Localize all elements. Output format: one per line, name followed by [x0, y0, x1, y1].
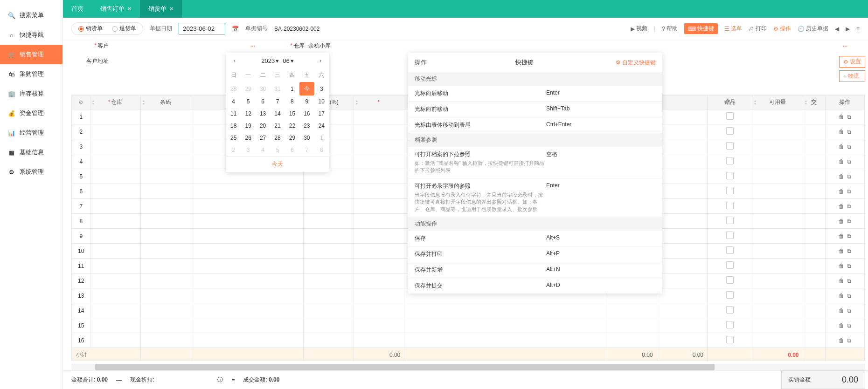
- cal-day[interactable]: 27: [256, 132, 270, 144]
- cal-day[interactable]: 5: [241, 96, 255, 108]
- scrollbar-thumb[interactable]: [95, 364, 715, 370]
- cal-day[interactable]: 29: [241, 82, 255, 96]
- cal-day[interactable]: 20: [256, 120, 270, 132]
- delete-icon[interactable]: 🗑: [839, 129, 844, 135]
- print-link[interactable]: 🖨打印: [749, 25, 767, 33]
- th-gear[interactable]: ⚙: [72, 96, 90, 109]
- cal-day[interactable]: 今: [299, 82, 314, 96]
- cal-day[interactable]: 3: [314, 82, 329, 96]
- cal-day[interactable]: 25: [226, 132, 241, 144]
- cal-day[interactable]: 8: [285, 96, 299, 108]
- gift-checkbox[interactable]: [726, 246, 734, 254]
- copy-icon[interactable]: ⧉: [847, 188, 851, 195]
- select-order-link[interactable]: ☰选单: [724, 25, 742, 33]
- delete-icon[interactable]: 🗑: [839, 248, 844, 254]
- cal-day[interactable]: 10: [314, 96, 329, 108]
- cal-day[interactable]: 30: [256, 82, 270, 96]
- tab-home[interactable]: 首页: [63, 0, 92, 18]
- gift-checkbox[interactable]: [726, 172, 734, 179]
- copy-icon[interactable]: ⧉: [847, 263, 851, 269]
- gift-checkbox[interactable]: [726, 276, 734, 284]
- delete-icon[interactable]: 🗑: [839, 278, 844, 284]
- gift-checkbox[interactable]: [726, 232, 734, 239]
- cal-month-select[interactable]: 06▾: [283, 57, 293, 64]
- logistics-button[interactable]: +物流: [839, 70, 865, 82]
- table-row[interactable]: 16🗑⧉: [72, 333, 865, 348]
- customer-more-button[interactable]: ···: [248, 43, 258, 49]
- table-row[interactable]: 15🗑⧉: [72, 318, 865, 333]
- cal-day[interactable]: 16: [299, 108, 314, 120]
- delete-icon[interactable]: 🗑: [839, 158, 844, 165]
- gift-checkbox[interactable]: [726, 127, 734, 135]
- sidebar-item-purchase[interactable]: 🛍 采购管理: [0, 64, 62, 84]
- sidebar-item-system[interactable]: ⚙ 系统管理: [0, 162, 62, 182]
- cal-day[interactable]: 29: [285, 132, 299, 144]
- copy-icon[interactable]: ⧉: [847, 322, 851, 329]
- gift-checkbox[interactable]: [726, 217, 734, 224]
- th-warehouse[interactable]: ▴▾*仓库: [90, 96, 140, 109]
- chevron-right-icon[interactable]: ▶: [846, 26, 850, 32]
- delete-icon[interactable]: 🗑: [839, 307, 844, 314]
- th-gift[interactable]: 赠品: [708, 96, 752, 109]
- copy-icon[interactable]: ⧉: [847, 278, 851, 284]
- cal-day[interactable]: 18: [226, 120, 241, 132]
- help-link[interactable]: ?帮助: [662, 25, 678, 33]
- cal-day[interactable]: 26: [241, 132, 255, 144]
- copy-icon[interactable]: ⧉: [847, 248, 851, 254]
- delete-icon[interactable]: 🗑: [839, 114, 844, 120]
- th-avail[interactable]: ▴▾可用量: [752, 96, 803, 109]
- cal-prev-button[interactable]: ‹: [231, 56, 238, 65]
- cal-day[interactable]: 21: [270, 120, 285, 132]
- menu-icon[interactable]: ≡: [856, 26, 860, 32]
- cal-day[interactable]: 14: [270, 108, 285, 120]
- th-deliver[interactable]: ▴▾交: [803, 96, 825, 109]
- sidebar-item-funds[interactable]: 💰 资金管理: [0, 103, 62, 123]
- sidebar-item-business[interactable]: 📊 经营管理: [0, 123, 62, 143]
- cal-today-button[interactable]: 今天: [226, 156, 329, 172]
- cal-day[interactable]: 6: [285, 144, 299, 156]
- sidebar-item-search[interactable]: 🔍 搜索菜单: [0, 6, 62, 25]
- gift-checkbox[interactable]: [726, 187, 734, 194]
- custom-shortcut-link[interactable]: ⚙自定义快捷键: [616, 59, 656, 67]
- delete-icon[interactable]: 🗑: [839, 143, 844, 150]
- table-row[interactable]: 14🗑⧉: [72, 303, 865, 318]
- cal-day[interactable]: 28: [226, 82, 241, 96]
- tab-sales-order[interactable]: 销售订单✕: [92, 0, 140, 18]
- cal-day[interactable]: 9: [299, 96, 314, 108]
- close-icon[interactable]: ✕: [127, 0, 132, 18]
- cal-day[interactable]: 12: [241, 108, 255, 120]
- cal-day[interactable]: 15: [285, 108, 299, 120]
- shortcut-button[interactable]: ⌨快捷键: [684, 23, 718, 34]
- sidebar-item-inventory[interactable]: 🏢 库存核算: [0, 84, 62, 103]
- cal-day[interactable]: 7: [270, 96, 285, 108]
- copy-icon[interactable]: ⧉: [847, 218, 851, 225]
- settings-button[interactable]: ⚙设置: [839, 56, 865, 68]
- cal-day[interactable]: 19: [241, 120, 255, 132]
- cal-day[interactable]: 4: [226, 96, 241, 108]
- gift-checkbox[interactable]: [726, 321, 734, 328]
- cal-day[interactable]: 30: [299, 132, 314, 144]
- operation-link[interactable]: ⚙操作: [773, 25, 791, 33]
- tab-shipment[interactable]: 销货单✕: [140, 0, 182, 18]
- cal-day[interactable]: 7: [299, 144, 314, 156]
- gift-checkbox[interactable]: [726, 157, 734, 164]
- sidebar-item-basic[interactable]: ▦ 基础信息: [0, 143, 62, 162]
- calendar-icon[interactable]: 📅: [232, 26, 239, 32]
- cal-day[interactable]: 11: [226, 108, 241, 120]
- cal-day[interactable]: 24: [314, 120, 329, 132]
- cal-next-button[interactable]: ›: [317, 56, 324, 65]
- history-link[interactable]: 🕘历史单据: [798, 25, 828, 33]
- cal-year-select[interactable]: 2023▾: [261, 57, 279, 64]
- cal-day[interactable]: 3: [241, 144, 255, 156]
- cal-day[interactable]: 1: [314, 132, 329, 144]
- radio-return[interactable]: 退货单: [112, 25, 136, 33]
- cal-day[interactable]: 22: [285, 120, 299, 132]
- delete-icon[interactable]: 🗑: [839, 188, 844, 195]
- sidebar-item-nav[interactable]: ⌂ 快捷导航: [0, 25, 62, 45]
- h-scrollbar[interactable]: [71, 364, 865, 370]
- copy-icon[interactable]: ⧉: [847, 203, 851, 210]
- cal-day[interactable]: 28: [270, 132, 285, 144]
- gift-checkbox[interactable]: [726, 261, 734, 269]
- gift-checkbox[interactable]: [726, 336, 734, 343]
- copy-icon[interactable]: ⧉: [847, 143, 851, 150]
